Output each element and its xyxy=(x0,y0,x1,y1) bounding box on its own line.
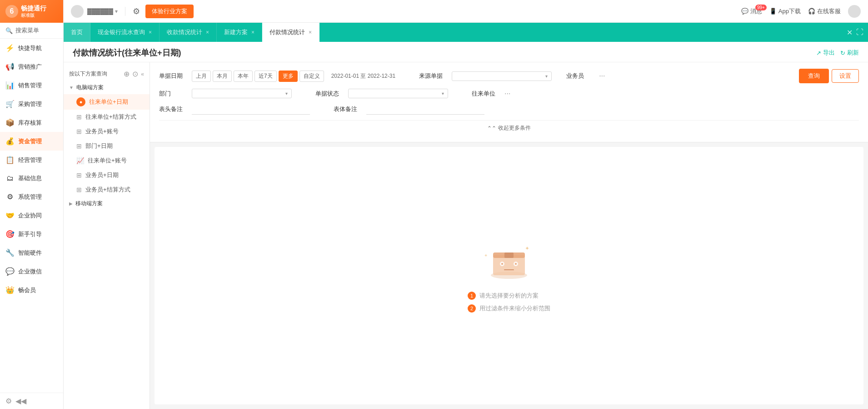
scheme-settings-icon[interactable]: ⊙ xyxy=(132,70,138,78)
scheme-unit-settle[interactable]: ⊞ 往来单位+结算方式 xyxy=(64,110,150,124)
desktop-group-label: 电脑端方案 xyxy=(76,84,104,91)
expand-window-icon[interactable]: ⛶ xyxy=(856,28,863,36)
sidebar-settings-icon[interactable]: ⚙ xyxy=(5,397,12,405)
collapse-more-btn[interactable]: ⌃⌃ 收起更多条件 xyxy=(159,120,859,136)
tab-bar: 首页 现金银行流水查询 × 收款情况统计 × 新建方案 × 付款情况统计 × ✕… xyxy=(64,23,868,42)
staff-ellipsis[interactable]: ··· xyxy=(599,72,605,80)
tab-bank-flow-close[interactable]: × xyxy=(149,29,152,35)
phone-icon: 📱 xyxy=(769,8,777,15)
refresh-button[interactable]: ↻ 刷新 xyxy=(840,49,859,57)
tab-home[interactable]: 首页 xyxy=(64,23,90,42)
tab-receipt-stat-close[interactable]: × xyxy=(206,29,209,35)
sidebar-item-hardware[interactable]: 🔧 智能硬件 xyxy=(0,243,63,262)
sidebar-item-label: 快捷导航 xyxy=(18,44,42,52)
sidebar-item-capital[interactable]: 💰 资金管理 xyxy=(0,132,63,151)
related-unit-ellipsis[interactable]: ··· xyxy=(504,90,510,98)
query-actions: 查询 设置 xyxy=(799,69,859,83)
scheme-unit-account[interactable]: 📈 往来单位+账号 xyxy=(64,153,150,168)
scheme-staff-account[interactable]: ⊞ 业务员+账号 xyxy=(64,124,150,139)
scheme-panel: 按以下方案查询 ⊕ ⊙ « ▼ 电脑端方案 ● 往来单位+日期 ⊞ 往来单位+结… xyxy=(64,62,150,409)
close-window-icon[interactable]: ✕ xyxy=(847,28,853,37)
source-bill-label: 来源单据 xyxy=(419,72,446,80)
workspace-selector[interactable]: ▓▓▓▓▓▓ ▾ xyxy=(71,5,118,18)
tab-new-scheme-close[interactable]: × xyxy=(251,29,254,35)
sidebar-footer: ⚙ ◀◀ xyxy=(0,393,63,409)
scheme-staff-settle[interactable]: ⊞ 业务员+结算方式 xyxy=(64,182,150,197)
staff-label: 业务员 xyxy=(566,72,594,80)
query-button[interactable]: 查询 xyxy=(799,69,829,83)
user-avatar[interactable] xyxy=(848,5,861,18)
app-name: 畅捷通行 xyxy=(21,5,46,12)
messages-btn[interactable]: 💬 消息 99+ xyxy=(741,7,762,15)
sidebar-item-quick-nav[interactable]: ⚡ 快捷导航 xyxy=(0,39,63,57)
tab-bank-flow-label: 现金银行流水查询 xyxy=(98,28,145,36)
bill-status-arrow: ▾ xyxy=(442,91,444,96)
settings-small-button[interactable]: 设置 xyxy=(832,69,859,83)
dept-select[interactable]: ▾ xyxy=(192,89,292,98)
dept-arrow: ▾ xyxy=(285,91,288,96)
sidebar-item-system[interactable]: ⚙ 系统管理 xyxy=(0,187,63,206)
tab-receipt-stat[interactable]: 收款情况统计 × xyxy=(160,23,217,42)
table-header-note-input[interactable] xyxy=(192,104,310,115)
bill-status-label: 单据状态 xyxy=(315,90,343,98)
date-btn-more[interactable]: 更多 xyxy=(279,71,298,82)
tab-payment-stat[interactable]: 付款情况统计 × xyxy=(262,23,319,42)
sidebar-item-label: 采购管理 xyxy=(18,100,42,108)
app-download-btn[interactable]: 📱 App下载 xyxy=(769,7,801,15)
hint-num-1: 1 xyxy=(468,292,476,300)
date-label: 单据日期 xyxy=(159,72,186,80)
sidebar-item-member[interactable]: 👑 畅会员 xyxy=(0,281,63,299)
scheme-staff-date[interactable]: ⊞ 业务员+日期 xyxy=(64,168,150,182)
scheme-collapse-icon[interactable]: « xyxy=(141,71,144,77)
filter-row-3: 表头备注 表体备注 xyxy=(159,104,859,115)
sidebar-item-purchase[interactable]: 🛒 采购管理 xyxy=(0,95,63,113)
scheme-unit-date[interactable]: ● 往来单位+日期 xyxy=(64,94,150,110)
trial-button[interactable]: 体验行业方案 xyxy=(145,5,194,18)
desktop-group-arrow: ▼ xyxy=(69,85,74,90)
svg-point-7 xyxy=(515,263,517,265)
top-header: ▓▓▓▓▓▓ ▾ ⚙ 体验行业方案 💬 消息 99+ 📱 App下载 🎧 在线客… xyxy=(64,0,868,23)
scheme-item-label: 往来单位+账号 xyxy=(88,157,127,165)
date-btn-7days[interactable]: 近7天 xyxy=(254,71,277,82)
mobile-scheme-group[interactable]: ▶ 移动端方案 xyxy=(64,197,150,210)
workspace-avatar xyxy=(71,5,84,18)
business-icon: 📋 xyxy=(5,156,15,164)
date-btn-this-month[interactable]: 本月 xyxy=(213,71,232,82)
collapse-arrow-icon: ⌃⌃ xyxy=(487,125,496,131)
header-settings-icon[interactable]: ⚙ xyxy=(133,6,140,16)
bill-status-select[interactable]: ▾ xyxy=(348,89,448,98)
table-body-note-input[interactable] xyxy=(366,104,484,115)
page-title: 付款情况统计(往来单位+日期) xyxy=(73,47,181,58)
empty-illustration: ✦ ✦ xyxy=(482,239,536,284)
related-unit-label: 往来单位 xyxy=(472,90,499,98)
scheme-table-icon: ⊞ xyxy=(76,128,82,135)
sidebar-item-sales[interactable]: 📊 销售管理 xyxy=(0,76,63,95)
online-service-btn[interactable]: 🎧 在线客服 xyxy=(808,7,841,15)
source-bill-select[interactable]: ▾ xyxy=(452,71,552,81)
date-btn-this-year[interactable]: 本年 xyxy=(234,71,253,82)
sidebar-item-guide[interactable]: 🎯 新手引导 xyxy=(0,225,63,243)
sidebar-item-marketing[interactable]: 📢 营销推广 xyxy=(0,57,63,76)
sidebar-item-basic[interactable]: 🗂 基础信息 xyxy=(0,169,63,187)
scheme-table-icon: ⊞ xyxy=(76,186,82,193)
desktop-scheme-group[interactable]: ▼ 电脑端方案 xyxy=(64,81,150,94)
sidebar-item-enterprise[interactable]: 🤝 企业协同 xyxy=(0,206,63,225)
sidebar-item-inventory[interactable]: 📦 库存核算 xyxy=(0,113,63,132)
table-header-note-label: 表头备注 xyxy=(159,105,186,113)
date-btn-last-month[interactable]: 上月 xyxy=(192,71,211,82)
tab-bank-flow[interactable]: 现金银行流水查询 × xyxy=(90,23,160,42)
scheme-dept-date[interactable]: ⊞ 部门+日期 xyxy=(64,139,150,153)
tab-payment-stat-close[interactable]: × xyxy=(309,29,312,35)
hint-num-2: 2 xyxy=(468,304,476,313)
headset-icon: 🎧 xyxy=(808,8,815,15)
sidebar-item-weixin[interactable]: 💬 企业微信 xyxy=(0,262,63,281)
date-btn-custom[interactable]: 自定义 xyxy=(299,71,324,82)
sidebar-collapse-icon[interactable]: ◀◀ xyxy=(15,397,26,405)
add-scheme-icon[interactable]: ⊕ xyxy=(124,70,130,78)
tab-new-scheme[interactable]: 新建方案 × xyxy=(217,23,262,42)
search-menu[interactable]: 🔍 搜索菜单 xyxy=(0,23,63,39)
export-button[interactable]: ↗ 导出 xyxy=(816,49,835,57)
sidebar-item-business[interactable]: 📋 经营管理 xyxy=(0,151,63,169)
tab-receipt-stat-label: 收款情况统计 xyxy=(167,28,202,36)
mobile-group-arrow: ▶ xyxy=(69,201,73,206)
